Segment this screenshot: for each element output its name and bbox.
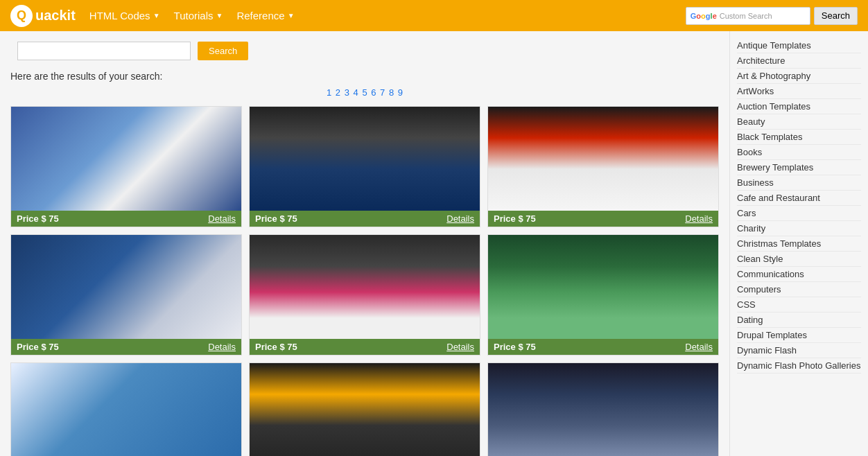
sidebar-item-link[interactable]: Cafe and Restaurant <box>737 193 861 203</box>
sidebar-list-item: Cars <box>737 206 861 221</box>
sidebar-item-link[interactable]: Christmas Templates <box>737 238 861 249</box>
template-thumbnail <box>488 107 718 211</box>
template-details-link[interactable]: Details <box>685 213 713 224</box>
template-footer: Price $ 75Details <box>250 339 480 355</box>
template-details-link[interactable]: Details <box>208 213 236 224</box>
main: Search Here are the results of your sear… <box>0 31 868 456</box>
page-link-9[interactable]: 9 <box>398 87 403 98</box>
template-card: Price $ 75Details <box>487 234 719 356</box>
template-price: Price $ 75 <box>494 213 536 224</box>
google-search-label: Custom Search <box>720 12 772 20</box>
nav-menu: HTML Codes ▼ Tutorials ▼ Reference ▼ <box>89 10 672 21</box>
sidebar-item-link[interactable]: Computers <box>737 284 861 295</box>
page-link-1[interactable]: 1 <box>327 87 331 98</box>
page-link-7[interactable]: 7 <box>380 87 385 98</box>
header-search-area: Google Custom Search Search <box>686 7 858 25</box>
sidebar-item-link[interactable]: Communications <box>737 269 861 279</box>
sidebar-item-link[interactable]: Clean Style <box>737 254 861 264</box>
sidebar-list-item: Books <box>737 145 861 160</box>
sidebar-item-link[interactable]: Dynamic Flash Photo Galleries <box>737 360 861 371</box>
template-card: Price $ 75Details <box>249 106 480 227</box>
sidebar-list-item: Art & Photography <box>737 69 861 84</box>
thumbnail-image <box>11 363 241 456</box>
sidebar-item-link[interactable]: CSS <box>737 299 861 310</box>
sidebar-item-link[interactable]: Brewery Templates <box>737 162 861 173</box>
thumbnail-image <box>250 107 480 211</box>
google-logo: Google <box>691 12 717 20</box>
template-details-link[interactable]: Details <box>208 342 236 352</box>
template-price: Price $ 75 <box>255 213 297 224</box>
sidebar-item-link[interactable]: Books <box>737 147 861 157</box>
sidebar-list: Antique TemplatesArchitectureArt & Photo… <box>737 38 861 374</box>
template-details-link[interactable]: Details <box>685 342 713 352</box>
sidebar-item-link[interactable]: Art & Photography <box>737 71 861 81</box>
logo-q-icon: Q <box>10 5 33 27</box>
header-search-button[interactable]: Search <box>814 7 858 25</box>
sidebar-item-link[interactable]: Architecture <box>737 55 861 66</box>
template-details-link[interactable]: Details <box>446 342 474 352</box>
sidebar: Antique TemplatesArchitectureArt & Photo… <box>729 31 868 456</box>
sidebar-list-item: CSS <box>737 297 861 313</box>
logo-text: uackit <box>35 8 76 24</box>
nav-tutorials[interactable]: Tutorials ▼ <box>174 10 223 21</box>
sidebar-list-item: Dating <box>737 313 861 328</box>
sidebar-list-item: Auction Templates <box>737 99 861 114</box>
sidebar-list-item: ArtWorks <box>737 84 861 99</box>
sidebar-list-item: Black Templates <box>737 130 861 145</box>
template-thumbnail <box>250 363 480 456</box>
dropdown-arrow-icon: ▼ <box>288 12 295 19</box>
sidebar-list-item: Drupal Templates <box>737 328 861 343</box>
page-link-4[interactable]: 4 <box>354 87 358 98</box>
template-thumbnail <box>11 235 241 339</box>
thumbnail-image <box>488 107 718 211</box>
template-footer: Price $ 75Details <box>11 211 241 227</box>
template-price: Price $ 75 <box>494 342 536 352</box>
template-details-link[interactable]: Details <box>446 213 474 224</box>
sidebar-item-link[interactable]: Cars <box>737 208 861 218</box>
sidebar-item-link[interactable]: ArtWorks <box>737 86 861 96</box>
sidebar-item-link[interactable]: Auction Templates <box>737 101 861 112</box>
search-bar-row: Search <box>10 38 719 64</box>
template-grid: Price $ 75DetailsPrice $ 75DetailsPrice … <box>10 106 719 456</box>
main-search-input[interactable] <box>17 42 191 60</box>
dropdown-arrow-icon: ▼ <box>153 12 160 19</box>
thumbnail-image <box>11 107 241 211</box>
sidebar-list-item: Business <box>737 175 861 191</box>
template-price: Price $ 75 <box>17 213 59 224</box>
pagination: 1 2 3 4 5 6 7 8 9 <box>10 87 719 98</box>
template-card: Price $ 75Details <box>10 234 242 356</box>
sidebar-list-item: Christmas Templates <box>737 236 861 252</box>
thumbnail-image <box>250 235 480 339</box>
sidebar-item-link[interactable]: Charity <box>737 223 861 234</box>
template-thumbnail <box>488 235 718 339</box>
sidebar-list-item: Communications <box>737 267 861 282</box>
header: Q uackit HTML Codes ▼ Tutorials ▼ Refere… <box>0 0 868 31</box>
sidebar-list-item: Cafe and Restaurant <box>737 191 861 206</box>
page-link-5[interactable]: 5 <box>362 87 367 98</box>
nav-html-codes[interactable]: HTML Codes ▼ <box>89 10 160 21</box>
logo[interactable]: Q uackit <box>10 5 76 27</box>
sidebar-item-link[interactable]: Dynamic Flash <box>737 345 861 356</box>
main-search-button[interactable]: Search <box>198 42 248 60</box>
template-thumbnail <box>11 107 241 211</box>
template-thumbnail <box>11 363 241 456</box>
template-card: Price $ 75Details <box>249 234 480 356</box>
page-link-3[interactable]: 3 <box>345 87 349 98</box>
sidebar-item-link[interactable]: Antique Templates <box>737 40 861 51</box>
sidebar-item-link[interactable]: Business <box>737 177 861 188</box>
page-link-8[interactable]: 8 <box>389 87 394 98</box>
google-search-box[interactable]: Google Custom Search <box>686 7 810 25</box>
template-thumbnail <box>488 363 718 456</box>
template-footer: Price $ 75Details <box>11 339 241 355</box>
sidebar-item-link[interactable]: Dating <box>737 315 861 325</box>
sidebar-item-link[interactable]: Black Templates <box>737 132 861 142</box>
sidebar-item-link[interactable]: Drupal Templates <box>737 330 861 340</box>
dropdown-arrow-icon: ▼ <box>216 12 223 19</box>
page-link-2[interactable]: 2 <box>336 87 340 98</box>
thumbnail-image <box>250 363 480 456</box>
sidebar-list-item: Charity <box>737 221 861 236</box>
sidebar-item-link[interactable]: Beauty <box>737 116 861 127</box>
nav-reference[interactable]: Reference ▼ <box>236 10 294 21</box>
page-link-6[interactable]: 6 <box>371 87 376 98</box>
template-card <box>487 362 719 456</box>
